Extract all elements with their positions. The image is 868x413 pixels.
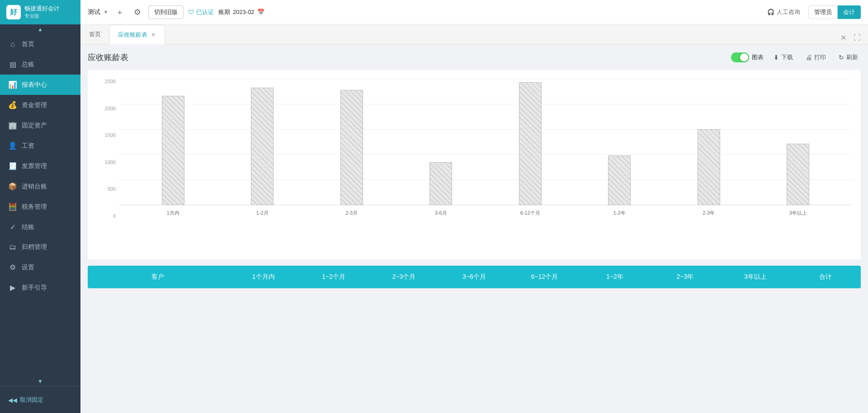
sidebar-item-funds[interactable]: 💰 资金管理 xyxy=(0,95,80,115)
print-button[interactable]: 🖨 打印 xyxy=(803,52,829,63)
sidebar-item-closing[interactable]: ✓ 结账 xyxy=(0,217,80,237)
closing-icon: ✓ xyxy=(8,223,17,231)
bar-1-2m: 1-2月 xyxy=(251,88,274,205)
y-label-500: 500 xyxy=(97,186,119,192)
invoice-icon: 🧾 xyxy=(8,162,17,170)
close-panel-button[interactable]: ✕ xyxy=(839,32,848,44)
settings-button[interactable]: ⚙ xyxy=(131,5,144,19)
funds-icon: 💰 xyxy=(8,101,17,109)
headset-icon: 🎧 xyxy=(767,9,774,15)
col-header-3-6m: 3~6个月 xyxy=(439,266,509,288)
sidebar-item-archive[interactable]: 🗂 归档管理 xyxy=(0,237,80,257)
bar-6-12m: 6-12个月 xyxy=(519,82,542,205)
page-title: 应收账龄表 xyxy=(88,52,128,63)
sidebar-item-inventory[interactable]: 📦 进销台账 xyxy=(0,176,80,197)
tax-icon: 🧮 xyxy=(8,202,17,211)
scroll-down-arrow[interactable]: ▼ xyxy=(0,376,80,386)
project-dropdown-arrow: ▼ xyxy=(103,9,108,15)
y-label-1000: 1000 xyxy=(97,160,119,165)
cancel-fix-button[interactable]: ◀◀ 取消固定 xyxy=(0,391,80,408)
shield-icon: 🛡 xyxy=(188,9,194,16)
download-icon: ⬇ xyxy=(774,54,779,61)
home-icon: ⌂ xyxy=(8,40,17,48)
download-button[interactable]: ⬇ 下载 xyxy=(771,52,796,63)
sidebar-item-ledger[interactable]: ▤ 总账 xyxy=(0,54,80,75)
scroll-up-arrow[interactable]: ▲ xyxy=(0,24,80,34)
table-header-row: 客户 1个月内 1~2个月 2~3个月 3~6个月 6~12个月 1~2年 2~… xyxy=(88,266,861,288)
account-period: 账期 2023-02 📅 xyxy=(218,8,264,16)
col-header-1m: 1个月内 xyxy=(228,266,298,288)
bar-3-6m: 3-6月 xyxy=(429,162,452,205)
top-header: 测试 ▼ ＋ ⚙ 切到旧版 🛡 已认证 账期 2023-02 📅 🎧 人工咨询 … xyxy=(80,0,868,24)
refresh-button[interactable]: ↻ 刷新 xyxy=(836,52,861,63)
bar-group-2-3y: 2-3年 xyxy=(698,129,720,205)
tab-close-icon[interactable]: ✕ xyxy=(150,31,156,39)
bar-label-2-3m: 2-3月 xyxy=(345,210,358,216)
tab-aging[interactable]: 应收账龄表 ✕ xyxy=(109,25,165,44)
bar-2-3m: 2-3月 xyxy=(340,90,363,205)
col-header-total: 合计 xyxy=(791,266,861,288)
add-button[interactable]: ＋ xyxy=(113,5,127,19)
consult-button[interactable]: 🎧 人工咨询 xyxy=(764,6,804,19)
bar-label-1-2m: 1-2月 xyxy=(256,210,269,216)
sidebar-item-newguide[interactable]: ▶ 新手引导 xyxy=(0,277,80,298)
sidebar: 好 畅捷通好会计 专业版 ▲ ⌂ 首页 ▤ 总账 📊 报表中心 💰 资金管理 🏢… xyxy=(0,0,80,413)
expand-panel-button[interactable]: ⛶ xyxy=(852,32,863,44)
logo-icon: 好 xyxy=(6,5,21,19)
main-area: 测试 ▼ ＋ ⚙ 切到旧版 🛡 已认证 账期 2023-02 📅 🎧 人工咨询 … xyxy=(80,0,868,413)
page-actions: 图表 ⬇ 下载 🖨 打印 ↻ 刷新 xyxy=(731,52,861,63)
sidebar-item-home[interactable]: ⌂ 首页 xyxy=(0,34,80,54)
project-name-label: 测试 xyxy=(88,8,100,16)
sidebar-item-assets[interactable]: 🏢 固定资产 xyxy=(0,115,80,136)
y-axis: 0 500 1000 1500 2000 2500 xyxy=(97,79,119,219)
project-selector[interactable]: 测试 ▼ xyxy=(88,8,108,16)
bar-group-1-2m: 1-2月 xyxy=(251,88,274,205)
sidebar-item-tax[interactable]: 🧮 税务管理 xyxy=(0,197,80,217)
sidebar-item-settings[interactable]: ⚙ 设置 xyxy=(0,257,80,277)
user-buttons: 管理员 会计 xyxy=(808,5,861,19)
bar-group-2-3m: 2-3月 xyxy=(340,90,363,205)
tab-home[interactable]: 首页 xyxy=(80,24,109,44)
chart-toggle-label: 图表 xyxy=(752,53,764,61)
sidebar-item-payroll[interactable]: 👤 工资 xyxy=(0,136,80,156)
bar-group-1m: 1月内 xyxy=(162,96,184,205)
y-label-0: 0 xyxy=(97,213,119,219)
ledger-icon: ▤ xyxy=(8,60,17,69)
bar-1m: 1月内 xyxy=(162,96,184,205)
sidebar-nav: ⌂ 首页 ▤ 总账 📊 报表中心 💰 资金管理 🏢 固定资产 👤 工资 🧾 发票… xyxy=(0,34,80,376)
bar-2-3y: 2-3年 xyxy=(698,129,720,205)
settings-icon: ⚙ xyxy=(8,263,17,272)
print-icon: 🖨 xyxy=(806,54,812,61)
y-label-1500: 1500 xyxy=(97,132,119,138)
page-header: 应收账龄表 图表 ⬇ 下载 🖨 打印 ↻ 刷新 xyxy=(88,52,861,63)
refresh-icon: ↻ xyxy=(839,54,844,61)
col-header-customer: 客户 xyxy=(88,266,228,288)
sidebar-logo: 好 畅捷通好会计 专业版 xyxy=(0,0,80,24)
aging-table: 客户 1个月内 1~2个月 2~3个月 3~6个月 6~12个月 1~2年 2~… xyxy=(88,266,861,288)
bar-label-6-12m: 6-12个月 xyxy=(520,210,540,216)
bar-3y-plus: 3年以上 xyxy=(787,144,809,205)
sidebar-item-invoice[interactable]: 🧾 发票管理 xyxy=(0,156,80,176)
col-header-1-2y: 1~2年 xyxy=(580,266,650,288)
chart-area-container: 1月内 1-2月 2-3月 xyxy=(119,79,852,219)
calendar-icon[interactable]: 📅 xyxy=(257,9,264,15)
col-header-6-12m: 6~12个月 xyxy=(509,266,580,288)
sidebar-item-reports[interactable]: 📊 报表中心 xyxy=(0,75,80,95)
col-header-2-3y: 2~3年 xyxy=(650,266,720,288)
manager-button[interactable]: 管理员 xyxy=(808,5,838,19)
chart-toggle-container: 图表 xyxy=(731,52,764,62)
chart-toggle[interactable] xyxy=(731,52,749,62)
col-header-1-2m: 1~2个月 xyxy=(298,266,368,288)
bar-label-2-3y: 2-3年 xyxy=(703,210,715,216)
switch-old-version-button[interactable]: 切到旧版 xyxy=(148,5,184,19)
chart-panel: 0 500 1000 1500 2000 2500 xyxy=(88,70,861,259)
accountant-button[interactable]: 会计 xyxy=(838,5,861,19)
inventory-icon: 📦 xyxy=(8,182,17,191)
y-label-2000: 2000 xyxy=(97,106,119,111)
bar-group-6-12m: 6-12个月 xyxy=(519,82,542,205)
bar-group-3y-plus: 3年以上 xyxy=(787,144,809,205)
logo-text: 畅捷通好会计 专业版 xyxy=(24,5,60,19)
bar-group-1-2y: 1-2年 xyxy=(608,155,631,205)
newguide-icon: ▶ xyxy=(8,283,17,292)
bar-label-3y-plus: 3年以上 xyxy=(789,210,807,216)
